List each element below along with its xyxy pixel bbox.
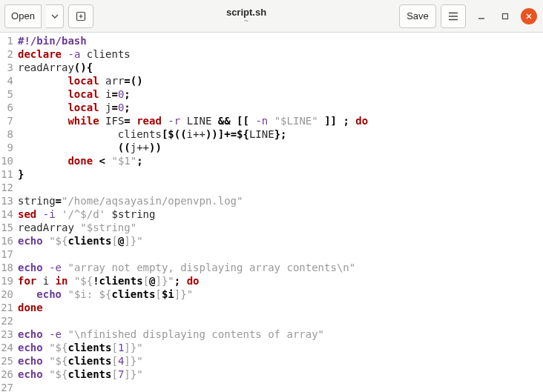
line-number: 22 — [0, 314, 18, 328]
code-line[interactable]: 4 local arr=() — [0, 74, 543, 87]
code-line[interactable]: 25echo "${clients[4]}" — [0, 354, 543, 368]
new-tab-button[interactable] — [68, 4, 93, 28]
line-content: sed -i '/^$/d' $string — [18, 207, 543, 221]
document-path: ~ — [98, 17, 395, 25]
line-content: local arr=() — [18, 74, 543, 87]
line-number: 26 — [0, 368, 18, 381]
line-content: echo "${clients[4]}" — [18, 354, 543, 368]
minimize-button[interactable] — [473, 8, 490, 24]
minimize-icon — [478, 13, 485, 20]
line-content — [18, 248, 543, 261]
line-content: done < "$1"; — [18, 154, 543, 167]
line-content: declare -a clients — [18, 47, 543, 61]
save-button[interactable]: Save — [399, 4, 436, 28]
line-number: 16 — [0, 234, 18, 248]
code-line[interactable]: 12 — [0, 181, 543, 194]
open-button[interactable]: Open — [4, 4, 42, 28]
line-number: 23 — [0, 328, 18, 341]
line-number: 11 — [0, 167, 18, 181]
code-line[interactable]: 16echo "${clients[@]}" — [0, 234, 543, 248]
svg-rect-1 — [503, 13, 508, 19]
line-number: 17 — [0, 248, 18, 261]
line-number: 13 — [0, 194, 18, 207]
line-number: 15 — [0, 221, 18, 234]
code-line[interactable]: 24echo "${clients[1]}" — [0, 341, 543, 354]
code-line[interactable]: 19for i in "${!clients[@]}"; do — [0, 274, 543, 288]
line-number: 24 — [0, 341, 18, 354]
code-line[interactable]: 23echo -e "\nfinished displaying content… — [0, 328, 543, 341]
line-content — [18, 181, 543, 194]
line-number: 25 — [0, 354, 18, 368]
code-line[interactable]: 1#!/bin/bash — [0, 34, 543, 47]
line-number: 3 — [0, 61, 18, 74]
close-icon — [525, 13, 533, 20]
maximize-button[interactable] — [497, 8, 513, 24]
line-number: 19 — [0, 274, 18, 288]
code-line[interactable]: 20 echo "$i: ${clients[$i]}" — [0, 288, 543, 301]
line-content: #!/bin/bash — [18, 34, 543, 47]
code-line[interactable]: 7 while IFS= read -r LINE && [[ -n "$LIN… — [0, 114, 543, 127]
code-line[interactable]: 11} — [0, 167, 543, 181]
line-content: string="/home/aqsayasin/openvpn.log" — [18, 194, 543, 207]
line-content — [18, 381, 543, 392]
code-line[interactable]: 10 done < "$1"; — [0, 154, 543, 167]
code-line[interactable]: 6 local j=0; — [0, 101, 543, 114]
new-tab-icon — [75, 10, 87, 22]
code-line[interactable]: 5 local i=0; — [0, 87, 543, 101]
line-number: 12 — [0, 181, 18, 194]
line-number: 6 — [0, 101, 18, 114]
line-number: 4 — [0, 74, 18, 87]
hamburger-menu-button[interactable] — [441, 4, 466, 28]
open-dropdown-button[interactable] — [46, 4, 64, 28]
title-area: script.sh ~ — [98, 7, 395, 25]
line-content: echo "${clients[1]}" — [18, 341, 543, 354]
line-number: 5 — [0, 87, 18, 101]
line-number: 27 — [0, 381, 18, 392]
code-line[interactable]: 21done — [0, 301, 543, 314]
line-content: readArray(){ — [18, 61, 543, 74]
line-number: 20 — [0, 288, 18, 301]
line-content: ((j++)) — [18, 141, 543, 154]
maximize-icon — [501, 13, 509, 20]
line-number: 10 — [0, 154, 18, 167]
close-button[interactable] — [521, 8, 537, 24]
line-number: 1 — [0, 34, 18, 47]
titlebar: Open script.sh ~ Save — [0, 0, 543, 33]
line-content: for i in "${!clients[@]}"; do — [18, 274, 543, 288]
line-content: while IFS= read -r LINE && [[ -n "$LINE"… — [18, 114, 543, 127]
code-line[interactable]: 26echo "${clients[7]}" — [0, 368, 543, 381]
code-line[interactable]: 18echo -e "array not empty, displaying a… — [0, 261, 543, 274]
code-line[interactable]: 9 ((j++)) — [0, 141, 543, 154]
line-content: echo "${clients[7]}" — [18, 368, 543, 381]
line-number: 21 — [0, 301, 18, 314]
line-content: } — [18, 167, 543, 181]
code-line[interactable]: 15readArray "$string" — [0, 221, 543, 234]
code-line[interactable]: 14sed -i '/^$/d' $string — [0, 207, 543, 221]
line-content: readArray "$string" — [18, 221, 543, 234]
code-line[interactable]: 3readArray(){ — [0, 61, 543, 74]
line-number: 7 — [0, 114, 18, 127]
hamburger-icon — [448, 12, 458, 21]
code-line[interactable]: 27 — [0, 381, 543, 392]
line-content: echo -e "\nfinished displaying contents … — [18, 328, 543, 341]
code-line[interactable]: 8 clients[$((i++))]+=${LINE}; — [0, 127, 543, 141]
document-title: script.sh — [98, 7, 395, 18]
line-number: 14 — [0, 207, 18, 221]
line-number: 2 — [0, 47, 18, 61]
line-content: local j=0; — [18, 101, 543, 114]
window-controls — [473, 8, 537, 24]
code-editor[interactable]: 1#!/bin/bash2declare -a clients3readArra… — [0, 33, 543, 392]
line-number: 8 — [0, 127, 18, 141]
line-content: done — [18, 301, 543, 314]
code-line[interactable]: 2declare -a clients — [0, 47, 543, 61]
code-line[interactable]: 13string="/home/aqsayasin/openvpn.log" — [0, 194, 543, 207]
line-content: local i=0; — [18, 87, 543, 101]
line-number: 9 — [0, 141, 18, 154]
chevron-down-icon — [51, 14, 59, 19]
line-content: echo "$i: ${clients[$i]}" — [18, 288, 543, 301]
line-content — [18, 314, 543, 328]
code-line[interactable]: 22 — [0, 314, 543, 328]
line-content: echo -e "array not empty, displaying arr… — [18, 261, 543, 274]
code-line[interactable]: 17 — [0, 248, 543, 261]
line-number: 18 — [0, 261, 18, 274]
